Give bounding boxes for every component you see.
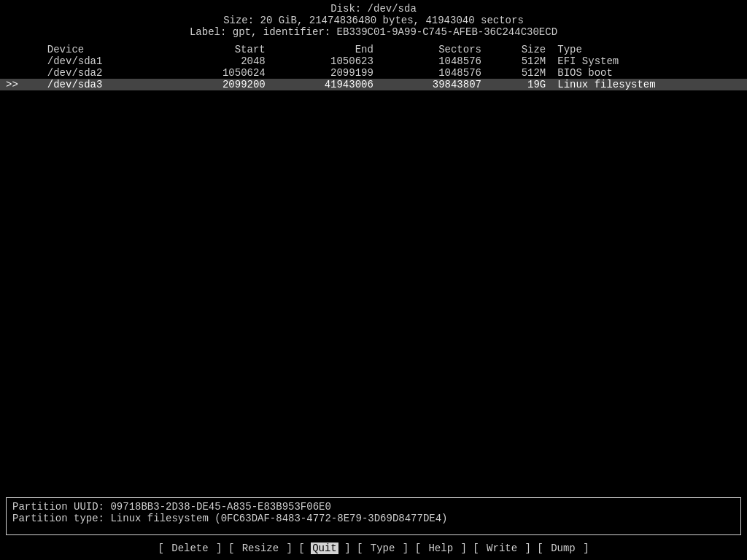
row-device: /dev/sda1	[24, 55, 174, 67]
row-type: EFI System	[551, 55, 747, 67]
size-header: Size	[487, 44, 551, 55]
table-row[interactable]: /dev/sda1204810506231048576512MEFI Syste…	[0, 55, 747, 67]
menu-button-type[interactable]: Type	[369, 542, 397, 554]
menu-bracket-open: [	[298, 542, 311, 554]
row-end: 2099199	[271, 67, 379, 79]
selector-header	[0, 44, 24, 55]
row-start: 2048	[174, 55, 271, 67]
device-header: Device	[24, 44, 174, 55]
sectors-header: Sectors	[379, 44, 487, 55]
menu-bracket-close: ]	[454, 542, 467, 554]
menu-bracket-open: [	[473, 542, 485, 554]
row-device: /dev/sda3	[24, 79, 174, 90]
disk-label-line: Label: gpt, identifier: EB339C01-9A99-C7…	[0, 26, 747, 38]
menu-bracket-close: ]	[396, 542, 409, 554]
row-sectors: 39843807	[379, 79, 487, 90]
menu-bracket-close: ]	[519, 542, 531, 554]
row-sectors: 1048576	[379, 67, 487, 79]
row-type: BIOS boot	[551, 67, 747, 79]
row-selector	[0, 55, 24, 67]
row-selector: >>	[0, 79, 24, 90]
menu-bracket-close: ]	[577, 542, 589, 554]
menu-button-quit[interactable]: Quit	[311, 542, 338, 554]
row-size: 19G	[487, 79, 551, 90]
row-end: 1050623	[271, 55, 379, 67]
menu-bracket-close: ]	[210, 542, 222, 554]
partition-type-line: Partition type: Linux filesystem (0FC63D…	[12, 513, 735, 524]
menu-bracket-open: [	[537, 542, 549, 554]
row-selector	[0, 67, 24, 79]
row-type: Linux filesystem	[551, 79, 747, 90]
row-sectors: 1048576	[379, 55, 487, 67]
menu-button-resize[interactable]: Resize	[241, 542, 280, 554]
row-size: 512M	[487, 67, 551, 79]
menu-button-delete[interactable]: Delete	[170, 542, 209, 554]
row-start: 1050624	[174, 67, 271, 79]
row-size: 512M	[487, 55, 551, 67]
menu-button-dump[interactable]: Dump	[549, 542, 577, 554]
row-start: 2099200	[174, 79, 271, 90]
table-row[interactable]: /dev/sda2105062420991991048576512MBIOS b…	[0, 67, 747, 79]
menu-bracket-open: [	[357, 542, 369, 554]
disk-size-line: Size: 20 GiB, 21474836480 bytes, 4194304…	[0, 15, 747, 26]
partition-table: Device Start End Sectors Size Type /dev/…	[0, 44, 747, 90]
partition-info-box: Partition UUID: 09718BB3-2D38-DE45-A835-…	[6, 497, 741, 535]
menu-bracket-open: [	[228, 542, 241, 554]
row-device: /dev/sda2	[24, 67, 174, 79]
menu-bracket-open: [	[415, 542, 427, 554]
row-end: 41943006	[271, 79, 379, 90]
menu-button-write[interactable]: Write	[485, 542, 519, 554]
start-header: Start	[174, 44, 271, 55]
type-header: Type	[551, 44, 747, 55]
menu-bracket-close: ]	[280, 542, 293, 554]
menu-button-help[interactable]: Help	[427, 542, 454, 554]
menu-bracket-close: ]	[338, 542, 351, 554]
table-row[interactable]: >>/dev/sda32099200419430063984380719GLin…	[0, 79, 747, 90]
end-header: End	[271, 44, 379, 55]
partition-uuid-line: Partition UUID: 09718BB3-2D38-DE45-A835-…	[12, 501, 735, 513]
menu-bracket-open: [	[158, 542, 170, 554]
disk-title: Disk: /dev/sda	[0, 3, 747, 15]
bottom-menu-bar: [ Delete ] [ Resize ] [ Quit ] [ Type ] …	[0, 538, 747, 560]
